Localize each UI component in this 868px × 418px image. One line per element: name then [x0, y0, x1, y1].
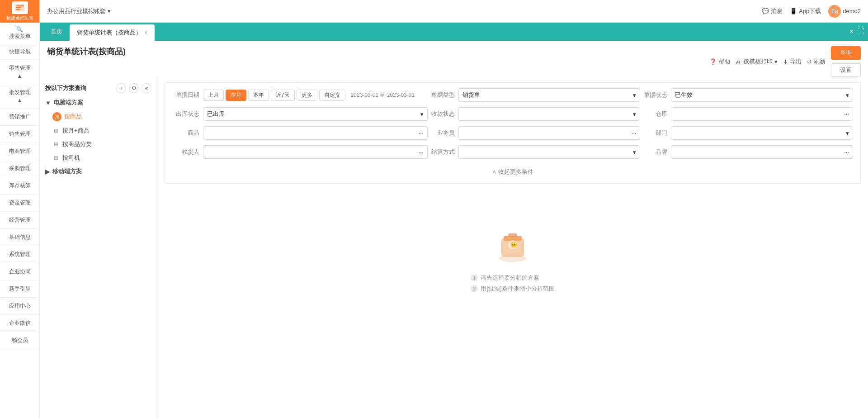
export-button[interactable]: ⬇ 导出 — [783, 57, 802, 66]
user-name: demo2 — [843, 8, 861, 14]
receipt-status-select[interactable]: ▾ — [458, 107, 641, 121]
date-btn-last-month[interactable]: 上月 — [203, 90, 224, 101]
brand-select[interactable]: ··· — [671, 145, 853, 159]
print-dropdown-icon: ▾ — [774, 58, 778, 65]
tab-home[interactable]: 首页 — [43, 23, 70, 41]
status-field: 单据状态 已生效 ▾ — [640, 88, 853, 102]
sidebar-item-retail[interactable]: 零售管理 ▲ — [0, 60, 39, 84]
out-status-select[interactable]: 已出库 ▾ — [203, 107, 428, 121]
tab-active[interactable]: 销货单统计表（按商品） × — [70, 24, 155, 41]
tree-item-by-cashier[interactable]: ⊞ 按司机 — [45, 151, 157, 165]
tab-home-label: 首页 — [51, 28, 62, 36]
date-btn-this-month[interactable]: 本月 — [226, 90, 246, 101]
date-btn-7days[interactable]: 近7天 — [271, 90, 295, 101]
sidebar-item-inventory[interactable]: 库存核算 — [0, 177, 39, 195]
desktop-label: 电脑端方案 — [54, 99, 83, 107]
collapse-more-button[interactable]: ∧ 收起更多条件 — [172, 164, 853, 178]
sidebar-item-sales[interactable]: 销售管理 — [0, 126, 39, 143]
collapse-panel-button[interactable]: « — [142, 83, 151, 93]
sidebar-item-guide[interactable]: 新手引导 — [0, 280, 39, 298]
date-label: 单据日期 — [172, 91, 199, 99]
type-select[interactable]: 销货单 ▾ — [458, 88, 641, 102]
sidebar-item-enterprise[interactable]: 企业协同 — [0, 263, 39, 280]
payment-select[interactable]: ▾ — [458, 145, 641, 159]
out-status-value: 已出库 — [207, 110, 225, 118]
right-panel: 单据日期 上月 本月 本年 近7天 更多 自定义 2023-03-01 至 20… — [157, 77, 868, 418]
workspace-selector[interactable]: 办公用品行业模拟账套 ▾ — [47, 7, 111, 15]
empty-tip-2: 2 用[过滤]条件来缩小分析范围 — [471, 285, 554, 293]
product-dots: ··· — [419, 130, 424, 137]
filter-row-1: 单据日期 上月 本月 本年 近7天 更多 自定义 2023-03-01 至 20… — [172, 88, 853, 102]
out-status-label: 出库状态 — [172, 110, 199, 118]
sidebar-item-basic[interactable]: 基础信息 — [0, 229, 39, 246]
sidebar-item-vip[interactable]: 畅会员 — [0, 332, 39, 349]
tab-close-icon[interactable]: × — [144, 29, 147, 36]
tree-item-by-month-product[interactable]: ⊞ 按月+商品 — [45, 124, 157, 138]
svg-text:😐: 😐 — [510, 241, 517, 248]
department-select[interactable]: ▾ — [671, 126, 853, 140]
sidebar-item-label: 销售管理 — [9, 130, 31, 138]
sidebar-item-wholesale[interactable]: 批发管理 ▲ — [0, 84, 39, 109]
payment-field: 结算方式 ▾ — [428, 145, 641, 159]
mobile-scheme-group: ▶ 移动端方案 — [40, 165, 157, 178]
receiver-select[interactable]: ··· — [203, 145, 428, 159]
sidebar-item-shortcut[interactable]: 快捷导航 — [0, 44, 39, 60]
sidebar-item-finance[interactable]: 资金管理 — [0, 195, 39, 212]
desktop-scheme-label[interactable]: ▼ 电脑端方案 — [40, 96, 157, 109]
svg-rect-6 — [508, 233, 517, 237]
sidebar-item-marketing[interactable]: 营销推广 — [0, 109, 39, 126]
status-label: 单据状态 — [640, 91, 667, 99]
print-button[interactable]: 🖨 按模板打印 ▾ — [736, 57, 778, 66]
status-select[interactable]: 已生效 ▾ — [671, 88, 853, 102]
sidebar-item-system[interactable]: 系统管理 — [0, 246, 39, 263]
left-panel-header: 按以下方案查询 + ⚙ « — [40, 81, 157, 96]
sidebar-item-purchase[interactable]: 采购管理 — [0, 160, 39, 177]
page-title: 销货单统计表(按商品) — [47, 46, 126, 57]
app-logo[interactable]: 畅捷通好生意 — [0, 0, 39, 23]
query-button[interactable]: 查询 — [831, 46, 861, 60]
receiver-label: 收货人 — [172, 148, 199, 156]
tree-expand-icon: ▶ — [45, 168, 50, 175]
salesperson-select[interactable]: ··· — [458, 126, 641, 140]
help-button[interactable]: ❓ 帮助 — [709, 57, 730, 66]
sidebar-item-label: 系统管理 — [9, 251, 31, 258]
department-label: 部门 — [640, 129, 667, 137]
settings-button[interactable]: 设置 — [831, 63, 861, 77]
fullscreen-button[interactable]: ⛶ — [857, 28, 864, 36]
scheme-settings-button[interactable]: ⚙ — [129, 83, 139, 93]
tab-active-label: 销货单统计表（按商品） — [77, 28, 142, 37]
help-icon: ❓ — [709, 58, 717, 65]
sidebar-item-apps[interactable]: 应用中心 — [0, 298, 39, 315]
date-btn-this-year[interactable]: 本年 — [248, 90, 269, 101]
sidebar-item-ecommerce[interactable]: 电商管理 — [0, 143, 39, 160]
tree-item-by-product[interactable]: 按 按商品 — [45, 109, 157, 124]
sidebar-item-wechat[interactable]: 企业微信 — [0, 315, 39, 332]
close-tab-button[interactable]: × — [849, 28, 854, 36]
workspace-inner: 销货单统计表(按商品) ❓ 帮助 🖨 按模板打印 ▾ ⬇ — [40, 41, 868, 418]
date-btn-custom[interactable]: 自定义 — [319, 90, 345, 101]
workspace: 办公用品行业模拟账套 ▾ 💬 消息 📱 App下载 Ea demo2 首页 销货… — [40, 0, 868, 418]
sidebar-item-search[interactable]: 🔍 搜索菜单 — [0, 23, 39, 44]
add-scheme-button[interactable]: + — [116, 83, 126, 93]
left-panel-title: 按以下方案查询 — [45, 84, 86, 92]
app-download-button[interactable]: 📱 App下载 — [790, 7, 821, 15]
brand-dots: ··· — [844, 149, 849, 156]
product-select[interactable]: ··· — [203, 126, 428, 140]
refresh-button[interactable]: ↺ 刷新 — [807, 57, 826, 66]
mobile-scheme-label[interactable]: ▶ 移动端方案 — [40, 165, 157, 178]
sidebar-item-label: 资金管理 — [9, 199, 31, 207]
date-btn-more[interactable]: 更多 — [297, 90, 317, 101]
warehouse-select[interactable]: ··· — [671, 107, 853, 121]
tree-collapse-icon: ▼ — [45, 100, 51, 106]
tree-item-by-product-category[interactable]: ⊞ 按商品分类 — [45, 138, 157, 151]
user-menu[interactable]: Ea demo2 — [828, 5, 861, 18]
department-field: 部门 ▾ — [640, 126, 853, 140]
mobile-label: 移动端方案 — [52, 167, 82, 176]
message-button[interactable]: 💬 消息 — [762, 7, 783, 15]
expand-icon: ▲ — [17, 97, 23, 104]
app-download-label: App下载 — [799, 7, 821, 15]
message-label: 消息 — [771, 7, 783, 15]
date-field: 单据日期 上月 本月 本年 近7天 更多 自定义 2023-03-01 至 20… — [172, 90, 428, 101]
sidebar-item-operations[interactable]: 经营管理 — [0, 212, 39, 229]
title-actions: ❓ 帮助 🖨 按模板打印 ▾ ⬇ 导出 ↺ — [709, 57, 826, 66]
